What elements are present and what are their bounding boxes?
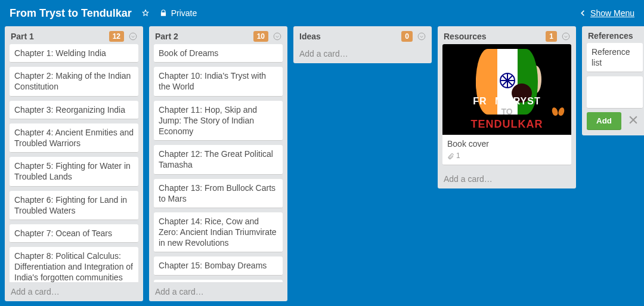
card[interactable]: Chapter 10: India's Tryst with the World	[154, 67, 283, 96]
list-part-2: Part 2 10 Book of Dreams Chapter 10: Ind…	[149, 26, 287, 301]
list-header: Part 2 10	[149, 26, 287, 44]
svg-point-0	[129, 33, 137, 40]
list-title[interactable]: Part 1	[11, 32, 106, 41]
privacy-button[interactable]: Private	[154, 6, 202, 20]
list-title[interactable]: Ideas	[299, 32, 398, 41]
chevron-down-circle-icon	[417, 32, 426, 41]
list-header: References	[582, 26, 644, 43]
chevron-down-circle-icon	[562, 32, 570, 41]
list-menu-button[interactable]	[272, 31, 283, 42]
star-button[interactable]	[137, 7, 154, 20]
card[interactable]: Chapter 14: Rice, Cow and Zero: Ancient …	[154, 212, 283, 253]
list-title[interactable]: Resources	[444, 32, 542, 41]
card[interactable]: Chapter 4: Ancient Enmities and Troubled…	[10, 123, 138, 153]
board-canvas: Part 1 12 Chapter 1: Welding India Chapt…	[0, 26, 644, 306]
privacy-label: Private	[171, 8, 197, 18]
list-title[interactable]: Part 2	[155, 32, 250, 41]
card[interactable]: Chapter 6: Fighting for Land in Troubled…	[10, 191, 138, 220]
card[interactable]: Chapter 12: The Great Political Tamasha	[154, 145, 283, 174]
star-icon	[141, 9, 150, 17]
list-part-1: Part 1 12 Chapter 1: Welding India Chapt…	[5, 26, 143, 301]
attachment-badge: 1	[447, 152, 566, 161]
add-card-button[interactable]: Add a card…	[438, 169, 576, 188]
list-header: Resources 1	[438, 26, 576, 44]
chevron-down-circle-icon	[273, 32, 281, 41]
card-title: Book cover	[447, 139, 489, 149]
card[interactable]: Chapter 3: Reorganizing India	[10, 101, 138, 119]
card-cover-image: FROM TRYST TO TENDULKAR	[442, 44, 571, 135]
paperclip-icon	[447, 153, 454, 160]
add-button[interactable]: Add	[587, 112, 621, 129]
card[interactable]: Chapter 5: Fighting for Water in Trouble…	[10, 157, 138, 186]
list-cards: FROM TRYST TO TENDULKAR Book cover 1	[438, 44, 576, 169]
card-count-badge: 0	[401, 31, 413, 42]
show-menu-button[interactable]: Show Menu	[574, 6, 639, 20]
attachment-count: 1	[456, 152, 460, 161]
chevron-left-icon	[578, 9, 587, 17]
svg-point-1	[274, 33, 281, 40]
board-header: From Tryst to Tendulkar Private Show Men…	[0, 0, 644, 26]
list-header: Ideas 0	[293, 26, 432, 44]
close-composer-button[interactable]	[627, 114, 639, 128]
card[interactable]: Chapter 13: From Bullock Carts to Mars	[154, 179, 283, 208]
card[interactable]: Chapter 11: Hop, Skip and Jump: The Stor…	[154, 101, 283, 141]
add-card-button[interactable]: Add a card…	[5, 282, 143, 301]
board-title[interactable]: From Tryst to Tendulkar	[5, 7, 137, 20]
list-cards: Reference list	[582, 43, 644, 76]
chevron-down-circle-icon	[129, 32, 137, 41]
list-title[interactable]: References	[588, 31, 643, 41]
add-card-button[interactable]: Add a card…	[149, 282, 287, 301]
list-ideas: Ideas 0 Add a card…	[293, 26, 432, 63]
add-card-button[interactable]: Add a card…	[293, 44, 432, 63]
list-menu-button[interactable]	[561, 31, 571, 42]
card[interactable]: Chapter 2: Making of the Indian Constitu…	[10, 67, 138, 96]
card-count-badge: 12	[109, 31, 124, 42]
card[interactable]: Chapter 8: Political Calculus: Different…	[10, 247, 138, 282]
card[interactable]: Chapter 1: Welding India	[10, 44, 138, 63]
card[interactable]: Chapter 15: Bombay Dreams	[154, 256, 283, 275]
svg-point-2	[418, 33, 425, 40]
card[interactable]: Chapter 7: Ocean of Tears	[10, 224, 138, 243]
list-cards: Chapter 1: Welding India Chapter 2: Maki…	[5, 44, 143, 282]
list-header: Part 1 12	[5, 26, 143, 44]
card[interactable]: Book of Dreams	[154, 44, 283, 63]
lock-icon	[159, 9, 168, 17]
svg-point-3	[562, 33, 569, 40]
card-book-cover[interactable]: FROM TRYST TO TENDULKAR Book cover 1	[442, 44, 571, 165]
close-icon	[627, 114, 639, 126]
card[interactable]: Reference list	[587, 43, 643, 72]
list-menu-button[interactable]	[128, 31, 138, 42]
card-composer-input[interactable]	[587, 76, 643, 109]
list-menu-button[interactable]	[416, 31, 427, 42]
list-references: References Reference list Add	[582, 26, 644, 135]
list-resources: Resources 1 FROM TRYST	[438, 26, 576, 188]
card-count-badge: 1	[546, 31, 557, 42]
show-menu-label: Show Menu	[590, 8, 634, 18]
card-count-badge: 10	[253, 31, 268, 42]
list-cards: Book of Dreams Chapter 10: India's Tryst…	[149, 44, 287, 282]
